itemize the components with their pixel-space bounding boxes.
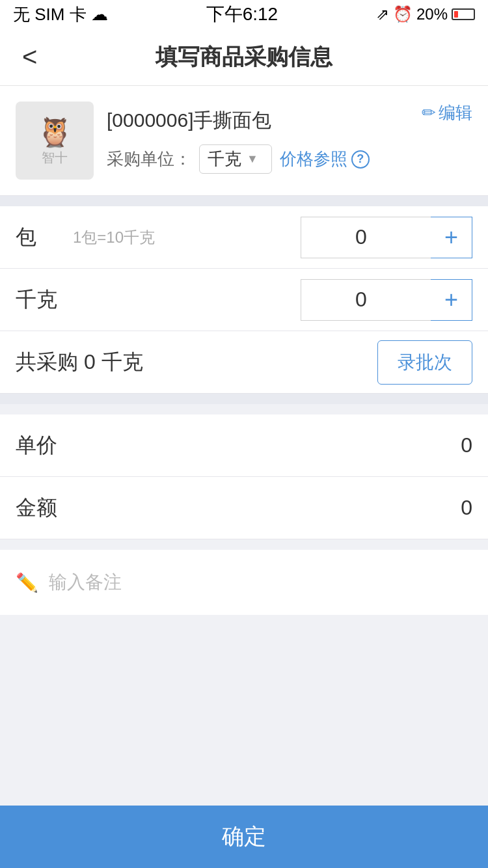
section-divider-1 xyxy=(0,196,488,206)
product-info: [0000006]手撕面包 采购单位： 千克 ▼ 价格参照 ? xyxy=(107,107,472,174)
info-circle-icon: ? xyxy=(351,150,370,169)
bag-sub-label: 1包=10千克 xyxy=(73,227,301,248)
edit-icon: ✏ xyxy=(422,103,436,123)
bag-quantity-input[interactable] xyxy=(301,217,431,258)
unit-value: 千克 xyxy=(208,148,241,170)
pencil-icon: ✏️ xyxy=(16,572,38,593)
status-time: 下午6:12 xyxy=(206,2,278,27)
bag-input-row: 包 1包=10千克 + xyxy=(0,206,488,269)
unit-price-row: 单价 0 xyxy=(0,414,488,477)
total-label-text: 共采购 xyxy=(16,350,78,373)
battery-percent: 20% xyxy=(416,5,448,23)
remarks-section[interactable]: ✏️ 输入备注 xyxy=(0,550,488,615)
price-ref-button[interactable]: 价格参照 ? xyxy=(280,148,370,170)
status-left: 无 SIM 卡 ☁ xyxy=(13,3,108,26)
unit-select[interactable]: 千克 ▼ xyxy=(199,144,272,174)
product-logo: 🦉 智十 xyxy=(37,115,73,167)
amount-value: 0 xyxy=(461,496,472,520)
logo-text: 智十 xyxy=(42,149,68,167)
bag-input-right: + xyxy=(301,217,472,258)
status-bar: 无 SIM 卡 ☁ 下午6:12 ⇗ ⏰ 20% xyxy=(0,0,488,29)
total-row: 共采购 0 千克 录批次 xyxy=(0,331,488,394)
product-card-wrapper: 🦉 智十 [0000006]手撕面包 采购单位： 千克 ▼ 价格参照 ? ✏ 编… xyxy=(0,86,488,196)
unit-label: 采购单位： xyxy=(107,148,191,170)
back-button[interactable]: < xyxy=(16,36,44,78)
price-info-section: 单价 0 金额 0 xyxy=(0,414,488,539)
bag-plus-button[interactable]: + xyxy=(431,217,472,258)
sim-status: 无 SIM 卡 ☁ xyxy=(13,3,108,26)
total-value: 0 xyxy=(84,350,96,373)
battery-fill xyxy=(454,11,458,18)
amount-row: 金额 0 xyxy=(0,477,488,539)
kg-quantity-input[interactable] xyxy=(301,279,431,321)
kg-input-row: 千克 + xyxy=(0,269,488,331)
alarm-icon: ⏰ xyxy=(393,5,413,23)
kg-plus-button[interactable]: + xyxy=(431,279,472,321)
nav-bar: < 填写商品采购信息 xyxy=(0,29,488,86)
edit-label: 编辑 xyxy=(439,102,472,124)
unit-select-arrow-icon: ▼ xyxy=(247,152,258,166)
kg-label: 千克 xyxy=(16,286,68,314)
content-area xyxy=(0,615,488,810)
record-batch-button[interactable]: 录批次 xyxy=(377,340,472,385)
input-section: 包 1包=10千克 + 千克 + xyxy=(0,206,488,331)
status-right: ⇗ ⏰ 20% xyxy=(376,5,475,23)
product-card: 🦉 智十 [0000006]手撕面包 采购单位： 千克 ▼ 价格参照 ? ✏ 编… xyxy=(0,86,488,196)
page-title: 填写商品采购信息 xyxy=(156,42,332,72)
product-unit-row: 采购单位： 千克 ▼ 价格参照 ? xyxy=(107,144,472,174)
product-image: 🦉 智十 xyxy=(16,102,94,180)
kg-input-right: + xyxy=(301,279,472,321)
total-label: 共采购 0 千克 xyxy=(16,348,377,377)
amount-label: 金额 xyxy=(16,494,461,522)
unit-price-label: 单价 xyxy=(16,431,461,460)
battery-icon xyxy=(452,8,475,20)
total-unit: 千克 xyxy=(102,350,143,373)
product-name: [0000006]手撕面包 xyxy=(107,107,472,134)
bag-label: 包 xyxy=(16,223,68,252)
product-edit-button[interactable]: ✏ 编辑 xyxy=(422,102,472,124)
section-divider-2 xyxy=(0,394,488,404)
remarks-placeholder-text: 输入备注 xyxy=(49,570,122,595)
logo-owl-icon: 🦉 xyxy=(37,115,73,149)
confirm-button[interactable]: 确定 xyxy=(0,806,488,868)
unit-price-value: 0 xyxy=(461,433,472,457)
location-icon: ⇗ xyxy=(376,5,389,23)
price-ref-label: 价格参照 xyxy=(280,148,347,170)
